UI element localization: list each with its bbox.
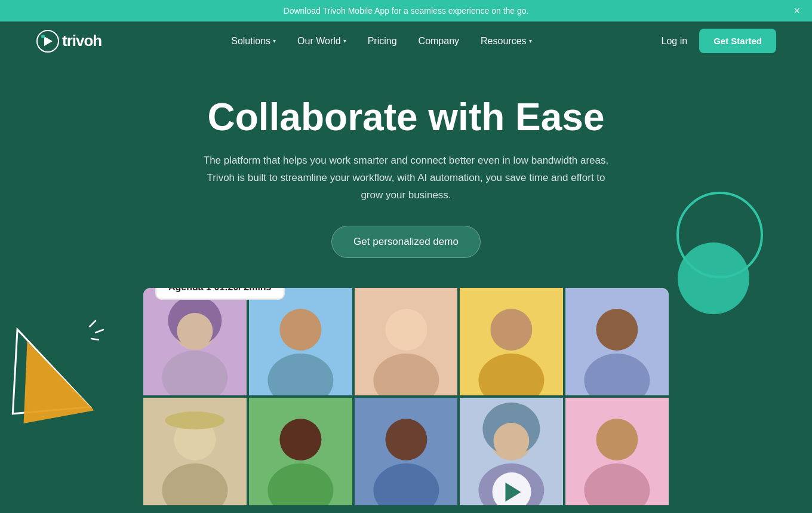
nav-item-company[interactable]: Company bbox=[419, 36, 459, 47]
get-demo-button[interactable]: Get personalized demo bbox=[331, 226, 481, 258]
svg-line-5 bbox=[96, 330, 103, 333]
svg-point-37 bbox=[494, 423, 530, 459]
play-icon bbox=[505, 483, 521, 502]
nav-right: Log in Get Started bbox=[662, 29, 776, 53]
logo-icon bbox=[36, 29, 60, 53]
video-cell-3 bbox=[355, 288, 458, 395]
chevron-down-icon: ▾ bbox=[529, 38, 532, 44]
hero-section: Collaborate with Ease The platform that … bbox=[0, 60, 812, 513]
deco-circle-outline bbox=[676, 192, 763, 278]
svg-point-29 bbox=[279, 419, 321, 460]
logo[interactable]: trivoh bbox=[36, 29, 102, 53]
video-cell-10 bbox=[565, 398, 669, 505]
nav-link-company[interactable]: Company bbox=[419, 36, 459, 47]
nav-link-resources[interactable]: Resources ▾ bbox=[481, 36, 531, 47]
video-cell-5 bbox=[565, 288, 669, 395]
svg-point-19 bbox=[491, 309, 533, 351]
svg-point-32 bbox=[385, 419, 427, 460]
nav-item-solutions[interactable]: Solutions ▾ bbox=[231, 36, 276, 47]
svg-point-40 bbox=[596, 419, 638, 460]
video-cell-8 bbox=[355, 398, 458, 505]
logo-text: trivoh bbox=[62, 32, 102, 50]
nav-item-resources[interactable]: Resources ▾ bbox=[481, 36, 531, 47]
top-banner: Download Trivoh Mobile App for a seamles… bbox=[0, 0, 812, 21]
hero-subtitle: The platform that helps you work smarter… bbox=[197, 152, 615, 204]
nav-item-pricing[interactable]: Pricing bbox=[368, 36, 397, 47]
video-cell-2 bbox=[249, 288, 352, 395]
nav-link-our-world[interactable]: Our World ▾ bbox=[297, 36, 346, 47]
video-cell-7 bbox=[249, 398, 352, 505]
nav-links: Solutions ▾ Our World ▾ Pricing Company … bbox=[231, 36, 531, 47]
video-cell-9 bbox=[460, 398, 563, 505]
deco-svg bbox=[3, 309, 104, 428]
svg-point-22 bbox=[596, 309, 638, 351]
deco-triangle-group bbox=[3, 309, 104, 431]
video-cell-1 bbox=[143, 288, 247, 395]
video-wrapper: Agenda 1 01:20/ 2mins bbox=[143, 288, 669, 505]
svg-point-1 bbox=[41, 35, 45, 38]
svg-point-11 bbox=[177, 313, 213, 349]
chevron-down-icon: ▾ bbox=[343, 38, 346, 44]
svg-marker-3 bbox=[13, 334, 95, 423]
svg-point-27 bbox=[165, 411, 224, 429]
video-cell-6 bbox=[143, 398, 247, 505]
nav-link-solutions[interactable]: Solutions ▾ bbox=[231, 36, 276, 47]
get-started-button[interactable]: Get Started bbox=[699, 29, 776, 53]
banner-text: Download Trivoh Mobile App for a seamles… bbox=[284, 6, 529, 16]
nav-item-our-world[interactable]: Our World ▾ bbox=[297, 36, 346, 47]
svg-point-13 bbox=[279, 309, 321, 351]
video-grid bbox=[143, 288, 669, 505]
video-cell-4 bbox=[460, 288, 563, 395]
chevron-down-icon: ▾ bbox=[273, 38, 276, 44]
agenda-badge: Agenda 1 01:20/ 2mins bbox=[155, 288, 285, 300]
banner-close-button[interactable]: × bbox=[793, 5, 800, 16]
svg-line-6 bbox=[91, 339, 99, 340]
nav-link-pricing[interactable]: Pricing bbox=[368, 36, 397, 47]
login-link[interactable]: Log in bbox=[662, 36, 688, 47]
navigation: trivoh Solutions ▾ Our World ▾ Pricing C… bbox=[0, 21, 812, 60]
hero-title: Collaborate with Ease bbox=[207, 96, 604, 138]
svg-line-4 bbox=[90, 321, 96, 327]
svg-point-16 bbox=[385, 309, 427, 351]
